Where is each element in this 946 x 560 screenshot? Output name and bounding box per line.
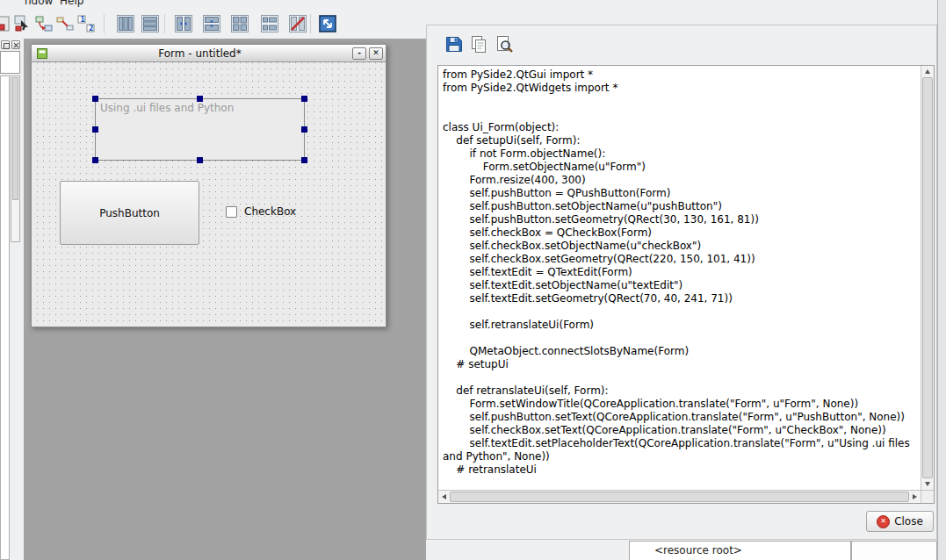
save-icon (444, 34, 464, 54)
form-window-icon (37, 48, 47, 59)
scrollbar-corner (921, 490, 934, 503)
checkbox-widget[interactable]: CheckBox (226, 205, 296, 218)
save-button[interactable] (443, 32, 466, 55)
layout-grid-icon (230, 14, 249, 33)
selection-handle[interactable] (301, 157, 307, 163)
svg-text:2: 2 (89, 25, 94, 32)
copy-button[interactable] (467, 32, 490, 55)
adjust-size-button[interactable] (317, 12, 338, 35)
widget-list-scrollbar[interactable] (11, 75, 20, 242)
selection-handle[interactable] (92, 96, 98, 102)
widget-filter-input[interactable] (0, 51, 20, 74)
scroll-left-icon[interactable] (442, 494, 446, 499)
scrollbar-thumb[interactable] (12, 77, 18, 200)
bottom-right-panel (851, 541, 937, 560)
resource-root-item[interactable]: <resource root> (654, 544, 742, 556)
menu-help[interactable]: Help (60, 0, 83, 7)
layout-grid-button[interactable] (229, 12, 250, 35)
widget-box-dock (0, 39, 24, 560)
adjust-size-icon (318, 14, 337, 33)
textedit-placeholder: Using .ui files and Python (100, 102, 234, 114)
find-button[interactable] (493, 32, 516, 55)
edit-buddies-icon (55, 14, 75, 33)
edit-widgets-button[interactable] (12, 12, 33, 35)
clipped-tool-icon[interactable] (0, 12, 13, 35)
layout-horizontal-button[interactable] (115, 12, 136, 35)
layout-form-icon (260, 14, 279, 33)
mdi-area: Form - untitled* - ✕ Using .ui files and… (24, 39, 426, 560)
layout-form-button[interactable] (259, 12, 280, 35)
resource-browser-panel: <resource root> (629, 541, 851, 560)
find-icon (495, 34, 514, 54)
selection-handle[interactable] (92, 157, 98, 163)
layout-splitter-horizontal-icon (174, 14, 193, 33)
close-button-label: Close (894, 515, 923, 528)
layout-vertical-icon (141, 14, 160, 33)
qt-designer-window: ndow Help (0, 0, 946, 560)
edit-signals-slots-icon (34, 14, 54, 33)
code-view[interactable]: from PySide2.QtGui import * from PySide2… (437, 65, 935, 504)
checkbox-label: CheckBox (244, 205, 296, 218)
right-edge-panel (937, 0, 946, 560)
close-x-icon: ✕ (877, 515, 890, 528)
edit-signals-slots-button[interactable] (33, 12, 54, 35)
clipped-icon (0, 14, 12, 33)
selection-handle[interactable] (92, 126, 98, 133)
code-horizontal-scrollbar[interactable] (438, 490, 921, 503)
main-toolbar: 1 2 (0, 9, 426, 39)
svg-text:1: 1 (80, 16, 85, 24)
toolbar-separator (164, 14, 165, 33)
edit-buddies-button[interactable] (54, 12, 76, 35)
edit-widgets-icon (13, 14, 32, 33)
code-vertical-scrollbar[interactable] (921, 66, 934, 490)
code-text: from PySide2.QtGui import * from PySide2… (439, 66, 920, 489)
checkbox-indicator[interactable] (226, 206, 237, 218)
break-layout-icon (288, 14, 307, 33)
edit-tab-order-button[interactable]: 1 2 (76, 12, 97, 35)
scroll-up-icon[interactable] (925, 69, 930, 74)
form-window-title: Form - untitled* (50, 47, 350, 60)
hscroll-thumb[interactable] (450, 492, 909, 502)
dock-float-button[interactable] (1, 40, 10, 49)
selection-handle[interactable] (197, 157, 203, 163)
copy-icon (469, 34, 488, 54)
toolbar-separator (310, 14, 311, 33)
layout-splitter-vertical-button[interactable] (201, 12, 222, 35)
form-minimize-button[interactable]: - (352, 47, 366, 60)
scroll-down-icon[interactable] (925, 482, 930, 486)
dock-close-button[interactable] (11, 40, 20, 49)
close-button[interactable]: ✕ Close (866, 511, 934, 532)
toolbar-separator (104, 14, 105, 33)
layout-horizontal-icon (116, 14, 135, 33)
form-window[interactable]: Form - untitled* - ✕ Using .ui files and… (31, 44, 386, 327)
textedit-widget[interactable]: Using .ui files and Python (95, 98, 305, 161)
layout-splitter-vertical-icon (202, 14, 221, 33)
layout-vertical-button[interactable] (140, 12, 161, 35)
edit-tab-order-icon: 1 2 (76, 14, 96, 33)
selection-handle[interactable] (301, 96, 307, 102)
layout-splitter-horizontal-button[interactable] (173, 12, 194, 35)
selection-handle[interactable] (197, 96, 203, 102)
break-layout-button[interactable] (287, 12, 308, 35)
menu-window[interactable]: ndow (25, 0, 53, 7)
scroll-right-icon[interactable] (913, 494, 917, 499)
vscroll-thumb[interactable] (922, 77, 933, 478)
form-canvas[interactable]: Using .ui files and Python PushButton Ch… (32, 62, 386, 327)
form-close-button[interactable]: ✕ (369, 47, 383, 60)
widget-list[interactable] (0, 75, 10, 560)
code-preview-dialog: from PySide2.QtGui import * from PySide2… (426, 25, 937, 540)
selection-handle[interactable] (301, 126, 307, 133)
form-titlebar[interactable]: Form - untitled* - ✕ (32, 45, 386, 62)
pushbutton-widget[interactable]: PushButton (60, 181, 199, 245)
menubar: ndow Help (0, 0, 946, 8)
